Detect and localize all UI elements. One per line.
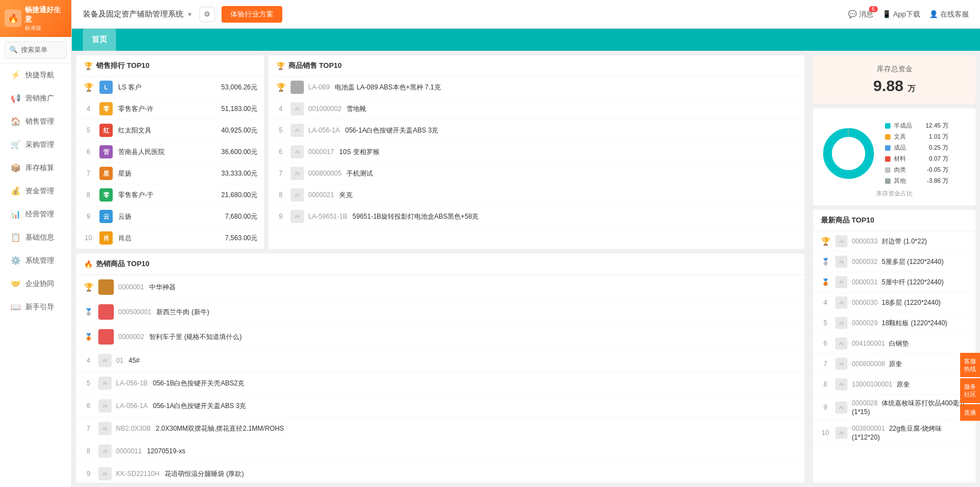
product-rank-row-9: 9 Ai LA-59651-1B 59651-1B旋转投影灯电池盒ABS黑色+5… (268, 206, 804, 227)
sidebar-item-finance[interactable]: 💰 资金管理 (0, 179, 71, 203)
new-rank-2: 🥈 (820, 258, 831, 266)
customers-panel-header: 🏆 销售排行 TOP10 (76, 55, 264, 77)
legend-value-meat: -0.05 万 (915, 166, 949, 174)
legend-value-semifinished: 12.45 万 (915, 121, 949, 130)
float-btn-hotline[interactable]: 客服 热线 (960, 353, 980, 378)
product-info-7: 000800005 手机测试 (308, 169, 798, 178)
float-buttons: 客服 热线 服务 社区 直播 (960, 353, 980, 421)
online-service-label: 在线客服 (940, 9, 969, 19)
tab-home[interactable]: 首页 (83, 29, 116, 51)
hot-rank-6: 6 (83, 402, 94, 410)
trial-button[interactable]: 体验行业方案 (222, 6, 282, 23)
sidebar-item-system[interactable]: ⚙️ 系统管理 (0, 249, 71, 272)
product-rank-row-6: 6 Ai 0000017 10S 变相罗猴 (268, 141, 804, 163)
middle-panels: 🏆 销售排行 TOP10 🏆 L LS 客户 53,006.26元 (72, 51, 809, 487)
product-rank-4: 4 (275, 105, 286, 113)
customer-amount-1: 53,006.26元 (222, 83, 257, 92)
hot-item-1: 🏆 0000001 中华神器 (76, 275, 804, 300)
customer-amount-6: 36,600.00元 (222, 147, 257, 157)
app-download-button[interactable]: 📱 App下载 (882, 9, 920, 19)
phone-icon: 📱 (882, 10, 891, 18)
product-code-5: LA-056-1A (308, 126, 340, 134)
product-code-6: 0000017 (308, 148, 334, 156)
hot-name-2: 新西兰牛肉 (新牛) (156, 308, 209, 316)
hot-products-panel: 🔥 热销商品 TOP10 🏆 0000001 中华神器 🥈 (76, 253, 804, 483)
new-product-9: 9 Ai 0000028 体统嘉枚味苏打饮品400毫升 (1*15) (813, 395, 976, 420)
sidebar-item-operations[interactable]: 📊 经营管理 (0, 203, 71, 226)
finance-icon: 💰 (10, 186, 21, 196)
product-img-1: Ai (291, 81, 304, 94)
hot-img-8: Ai (98, 444, 112, 458)
legend-item-other: 其他 -3.86 万 (885, 177, 949, 185)
inventory-amount: 9.88 万 (822, 77, 967, 95)
product-img-7: Ai (291, 167, 304, 180)
product-info-4: 001000002 雪地靴 (308, 104, 798, 114)
hot-rank-3: 🥉 (83, 333, 94, 341)
sidebar-item-enterprise[interactable]: 🤝 企业协同 (0, 272, 71, 295)
hot-name-6: 056-1A白色按键开关盖ABS 3克 (153, 402, 246, 410)
legend-dot-meat (885, 167, 891, 173)
new-product-img-7: Ai (835, 358, 847, 370)
customers-list: 🏆 L LS 客户 53,006.26元 4 零 零售客户-许 51,183.0… (76, 77, 264, 249)
online-service-button[interactable]: 👤 在线客服 (929, 9, 969, 19)
svg-point-4 (832, 137, 865, 170)
new-rank-9: 9 (820, 404, 831, 411)
legend-value-other: -3.86 万 (915, 177, 949, 185)
sidebar-item-basic-info[interactable]: 📋 基础信息 (0, 226, 71, 249)
product-rank-5: 5 (275, 126, 286, 134)
rank-num-1: 🏆 (83, 83, 94, 92)
sidebar-item-sales[interactable]: 🏠 销售管理 (0, 110, 71, 133)
content-area: 🏆 销售排行 TOP10 🏆 L LS 客户 53,006.26元 (72, 51, 980, 487)
logo-text: 畅捷通好生意 标准版 (25, 6, 67, 31)
hot-rank-9: 9 (83, 470, 94, 478)
logo-main-text: 畅捷通好生意 (25, 6, 67, 24)
sidebar-item-newbie[interactable]: 📖 新手引导 (0, 295, 71, 319)
hot-info-1: 0000001 中华神器 (118, 283, 798, 292)
sales-icon: 🏠 (10, 117, 21, 126)
sidebar-item-inventory[interactable]: 📦 库存核算 (0, 156, 71, 179)
customer-amount-8: 21,680.00元 (222, 190, 257, 200)
product-img-5: Ai (291, 124, 304, 137)
hot-item-3: 🥉 0000002 智利车子里 (规格不知道填什么) (76, 325, 804, 350)
customer-avatar-10: 肖 (99, 231, 113, 245)
sidebar-item-marketing[interactable]: 📢 营销推广 (0, 87, 71, 110)
fire-icon: 🔥 (84, 260, 93, 268)
customer-name-4: 零售客户-许 (118, 104, 216, 114)
product-code-8: 0000021 (308, 191, 334, 199)
top-header: 装备及固定资产辅助管理系统 ▼ ⚙ 体验行业方案 💬 消息 6 📱 App下载 … (72, 0, 980, 29)
product-name-1: 电池盖 LA-089 ABS本色+黑种 7.1克 (335, 83, 441, 91)
sidebar-item-purchase[interactable]: 🛒 采购管理 (0, 133, 71, 156)
legend-value-material: 0.07 万 (915, 155, 949, 163)
new-product-img-8: Ai (835, 378, 847, 390)
hot-item-2: 🥈 000500001 新西兰牛肉 (新牛) (76, 300, 804, 325)
new-rank-3: 🥉 (820, 278, 831, 286)
new-product-5: 5 Ai 0000029 18颗粒板 (1220*2440) (813, 313, 976, 334)
legend-dot-finished (885, 145, 891, 151)
product-name-9: 59651-1B旋转投影灯电池盒ABS黑色+58克 (352, 213, 478, 220)
hot-info-5: LA-056-1B 056-1B白色按键开关壳ABS2克 (116, 379, 798, 388)
shortcut-label: 快捷导航 (25, 70, 54, 80)
new-products-title: 最新商品 TOP10 (821, 215, 874, 225)
message-icon: 💬 (848, 10, 857, 18)
new-product-info-10: 003800001 22g鱼豆腐-烧烤味 (1*12*20) (852, 424, 969, 441)
sidebar-item-shortcut[interactable]: ⚡ 快捷导航 (0, 63, 71, 87)
hot-name-9: 花语萌恒温分腿睡袋 (厚款) (165, 470, 244, 478)
trophy-icon: 🏆 (84, 62, 93, 70)
system-selector[interactable]: 装备及固定资产辅助管理系统 ▼ (83, 9, 193, 19)
float-btn-live[interactable]: 直播 (960, 404, 980, 421)
settings-button[interactable]: ⚙ (199, 7, 215, 22)
legend-item-finished: 成品 0.25 万 (885, 144, 949, 152)
legend-label-stationery: 文具 (894, 133, 912, 141)
new-product-1: 🏆 Ai 0000033 封边带 (1.0*22) (813, 231, 976, 252)
rank-num-5: 5 (83, 126, 94, 134)
gear-icon: ⚙ (204, 10, 210, 18)
customer-row-10: 10 肖 肖总 7,563.00元 (76, 227, 264, 249)
message-button[interactable]: 💬 消息 6 (848, 9, 873, 19)
customer-amount-7: 33,333.00元 (222, 169, 257, 178)
search-menu-button[interactable]: 🔍 搜索菜单 (4, 41, 67, 59)
hot-info-8: 0000011 12070519-xs (116, 447, 798, 455)
product-rank-row-7: 7 Ai 000800005 手机测试 (268, 163, 804, 184)
float-btn-community[interactable]: 服务 社区 (960, 378, 980, 403)
products-trophy-icon: 🏆 (276, 62, 285, 70)
hot-item-8: 8 Ai 0000011 12070519-xs (76, 440, 804, 463)
